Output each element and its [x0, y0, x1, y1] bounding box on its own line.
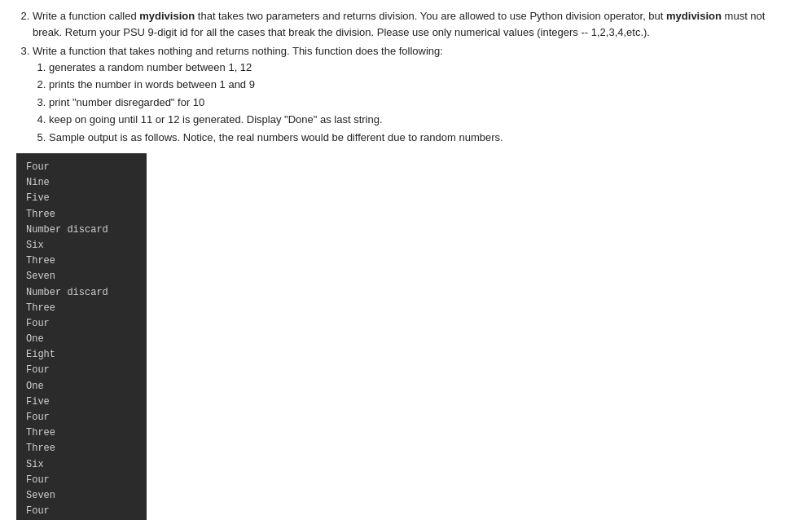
- output-line: Eight: [26, 347, 137, 363]
- output-line: Four: [26, 363, 137, 378]
- output-box: FourNineFiveThreeNumber discardSixThreeS…: [16, 153, 147, 520]
- output-line: Five: [26, 191, 137, 206]
- output-line: Three: [26, 425, 137, 441]
- instruction-item-3: Write a function that takes nothing and …: [33, 43, 796, 145]
- subitem-1: generates a random number between 1, 12: [49, 59, 796, 76]
- output-line: Seven: [26, 488, 137, 504]
- output-line: One: [26, 379, 137, 394]
- output-line: Four: [26, 473, 137, 488]
- output-line: Six: [26, 238, 137, 253]
- subitem-2: prints the number in words between 1 and…: [49, 77, 796, 93]
- mydivision-bold-2: mydivision: [666, 10, 722, 22]
- instruction-2-text: Write a function called mydivision that …: [33, 10, 765, 38]
- mydivision-bold-1: mydivision: [139, 10, 195, 22]
- output-line: Three: [26, 207, 137, 223]
- output-line: Number discard: [26, 285, 137, 301]
- output-line: Number discard: [26, 223, 137, 238]
- output-line: Nine: [26, 175, 137, 191]
- output-line: Four: [26, 504, 137, 519]
- output-line: Six: [26, 457, 137, 473]
- instruction-3-subitems: generates a random number between 1, 12 …: [33, 59, 796, 146]
- output-line: Three: [26, 441, 137, 456]
- output-line: Three: [26, 253, 137, 269]
- instructions-section: Write a function called mydivision that …: [16, 8, 796, 145]
- subitem-3: print "number disregarded" for 10: [49, 95, 796, 111]
- output-line: Three: [26, 301, 137, 316]
- output-line: Four: [26, 410, 137, 425]
- instruction-item-2: Write a function called mydivision that …: [33, 8, 796, 40]
- instruction-3-text: Write a function that takes nothing and …: [33, 45, 443, 57]
- subitem-5: Sample output is as follows. Notice, the…: [49, 130, 796, 146]
- subitem-4: keep on going until 11 or 12 is generate…: [49, 112, 796, 128]
- output-line: One: [26, 332, 137, 347]
- output-line: Five: [26, 394, 137, 410]
- output-line: Four: [26, 316, 137, 332]
- output-line: Seven: [26, 269, 137, 284]
- output-line: Four: [26, 160, 137, 175]
